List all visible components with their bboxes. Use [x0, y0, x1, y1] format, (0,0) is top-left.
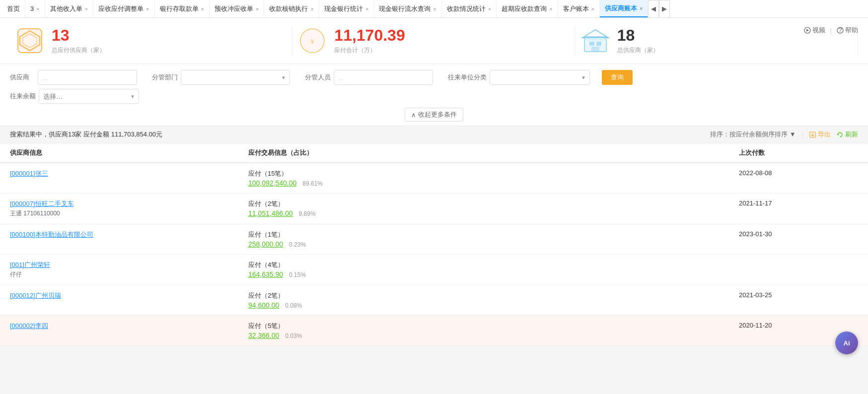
dept-filter-label: 分管部门 [152, 73, 178, 82]
supplier-link[interactable]: [000012]广州贝瑞 [10, 292, 61, 299]
table-header: 供应商信息 应付交易信息（占比） 上次付数 [0, 143, 868, 163]
tx-label: 应付（5笔） [248, 322, 739, 330]
nav-tab-cash-stats[interactable]: 现金银行统计 × [319, 0, 374, 17]
supplier-link[interactable]: [000001]张三 [10, 170, 48, 177]
tx-percent: 0.23% [289, 241, 306, 248]
nav-tab-3[interactable]: 3 × [25, 0, 45, 17]
close-icon[interactable]: × [433, 6, 436, 12]
nav-tab-supplier-book[interactable]: 供应商账本 × [600, 0, 648, 17]
person-filter-group: 分管人员 [305, 70, 433, 85]
category-filter-label: 往来单位分类 [448, 73, 487, 82]
sort-dropdown-icon[interactable]: ▼ [790, 131, 796, 138]
svg-rect-0 [18, 29, 42, 53]
supplier-icon [15, 26, 45, 56]
person-filter-label: 分管人员 [305, 73, 331, 82]
supplier-link[interactable]: [000100]本特勤油品有限公司 [10, 231, 93, 238]
nav-home[interactable]: 首页 [2, 0, 25, 17]
close-icon[interactable]: × [549, 6, 552, 12]
filter-row-1: 供应商 分管部门 ▼ 分管人员 往来单位分类 ▼ 查询 [10, 70, 858, 85]
tx-label: 应付（4笔） [248, 261, 739, 269]
nav-prev-button[interactable]: ◀ [648, 0, 659, 18]
close-icon[interactable]: × [365, 6, 368, 12]
nav-tab-bank[interactable]: 银行存取款单 × [155, 0, 210, 17]
supplier-input[interactable] [38, 70, 137, 85]
tx-percent: 9.89% [299, 210, 316, 217]
balance-filter-group: 往来余额 ▼ [10, 89, 139, 104]
tx-percent: 0.03% [285, 332, 302, 339]
tx-amount[interactable]: 164,635.90 [248, 270, 283, 278]
tx-label: 应付（2笔） [248, 199, 739, 208]
top-actions: 视频 | ? 帮助 [804, 26, 858, 35]
refresh-button[interactable]: 刷新 [837, 130, 858, 139]
nav-tab-customer-book[interactable]: 客户账本 × [558, 0, 600, 17]
svg-rect-9 [591, 47, 599, 52]
supplier-filter-group: 供应商 [10, 70, 137, 85]
nav-next-button[interactable]: ▶ [659, 0, 670, 18]
svg-rect-7 [589, 42, 594, 46]
table-row: [000012]广州贝瑞 应付（2笔） 94,600.00 0.08% 2021… [0, 285, 868, 316]
category-filter-group: 往来单位分类 ▼ [448, 70, 590, 85]
result-actions: 排序：按应付余额倒序排序 ▼ | 导出 刷新 [710, 130, 858, 139]
tx-amount[interactable]: 100,092,540.00 [248, 179, 296, 187]
nav-tab-cash-flow[interactable]: 现金银行流水查询 × [374, 0, 441, 17]
nav-tab-overdue[interactable]: 超期应收款查询 × [497, 0, 558, 17]
balance-filter-label: 往来余额 [10, 92, 36, 101]
tx-amount[interactable]: 258,000.00 [248, 240, 283, 248]
query-button[interactable]: 查询 [602, 70, 633, 85]
summary-section: 13 总应付供应商（家） ¥ 11,170.39 应付合计（万） [0, 18, 868, 64]
tx-percent: 89.61% [302, 180, 323, 187]
close-icon[interactable]: × [310, 6, 313, 12]
tx-amount[interactable]: 32,366.00 [248, 331, 279, 339]
filter-section: 供应商 分管部门 ▼ 分管人员 往来单位分类 ▼ 查询 [0, 64, 868, 126]
total-supplier-count: 18 [617, 27, 659, 44]
video-link[interactable]: 视频 [804, 26, 825, 35]
nav-bar: 首页 3 × 其他收入单 × 应收应付调整单 × 银行存取款单 × 预收冲应收单… [0, 0, 868, 18]
export-button[interactable]: 导出 [809, 130, 831, 139]
last-pay-date: 2023-01-30 [739, 230, 858, 238]
help-link[interactable]: ? 帮助 [837, 26, 858, 35]
nav-tab-advance[interactable]: 预收冲应收单 × [210, 0, 264, 17]
nav-tab-collect-execute[interactable]: 收款核销执行 × [264, 0, 319, 17]
last-pay-date: 2022-08-08 [739, 169, 858, 177]
nav-tab-other-income[interactable]: 其他收入单 × [45, 0, 93, 17]
balance-select[interactable] [39, 89, 139, 104]
supplier-sub: 王通 17106110000 [10, 209, 248, 218]
filter-row-2: 往来余额 ▼ [10, 89, 858, 104]
person-input[interactable] [334, 70, 433, 85]
table-row: [000100]本特勤油品有限公司 应付（1笔） 258,000.00 0.23… [0, 224, 868, 255]
summary-card-amount: ¥ 11,170.39 应付合计（万） [292, 26, 575, 56]
close-icon[interactable]: × [488, 6, 491, 12]
dept-filter-group: 分管部门 ▼ [152, 70, 290, 85]
close-icon[interactable]: × [640, 5, 643, 11]
payable-supplier-label: 总应付供应商（家） [52, 46, 105, 55]
last-pay-date: 2021-11-17 [739, 199, 858, 207]
col-supplier-info: 供应商信息 [10, 148, 248, 157]
supplier-link[interactable]: [000007]恒旺二手叉车 [10, 200, 74, 207]
tx-amount[interactable]: 11,051,486.00 [248, 209, 293, 217]
nav-tab-adjustment[interactable]: 应收应付调整单 × [93, 0, 154, 17]
payable-amount-label: 应付合计（万） [334, 46, 405, 55]
category-select[interactable] [490, 70, 590, 85]
payable-total-amount: 11,170.39 [334, 27, 405, 44]
tx-label: 应付（2笔） [248, 291, 739, 300]
result-info-text: 搜索结果中，供应商13家 应付金额 111,703,854.00元 [10, 130, 162, 139]
close-icon[interactable]: × [85, 6, 88, 12]
close-icon[interactable]: × [146, 6, 149, 12]
tx-label: 应付（15笔） [248, 169, 739, 178]
col-tx-info: 应付交易信息（占比） [248, 148, 739, 157]
tx-label: 应付（1笔） [248, 230, 739, 239]
close-icon[interactable]: × [201, 6, 204, 12]
dept-select[interactable] [181, 70, 290, 85]
close-icon[interactable]: × [591, 6, 594, 12]
close-icon[interactable]: × [36, 6, 39, 12]
supplier-link[interactable]: [001]广州荣轩 [10, 261, 50, 268]
tx-amount[interactable]: 94,600.00 [248, 301, 279, 309]
nav-tab-collect-stats[interactable]: 收款情况统计 × [442, 0, 497, 17]
svg-text:¥: ¥ [310, 38, 315, 45]
collapse-button[interactable]: ∧ 收起更多条件 [405, 108, 463, 122]
collapse-icon: ∧ [411, 111, 416, 119]
table-row: [000007]恒旺二手叉车 王通 17106110000 应付（2笔） 11,… [0, 194, 868, 224]
last-pay-date: 2021-03-25 [739, 291, 858, 299]
close-icon[interactable]: × [256, 6, 259, 12]
supplier-link[interactable]: [000002]李四 [10, 322, 48, 329]
